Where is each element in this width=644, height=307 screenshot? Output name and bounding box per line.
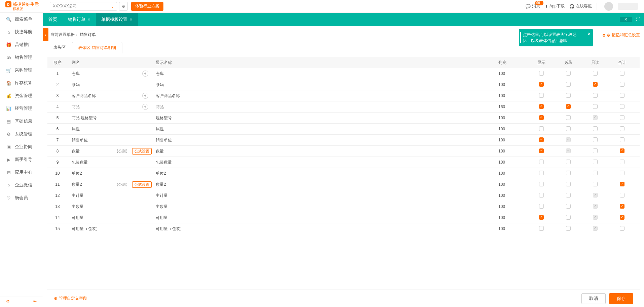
cancel-button[interactable]: 取消: [581, 293, 606, 304]
checkbox-checked[interactable]: [593, 82, 598, 87]
close-tooltip-button[interactable]: ✕: [588, 31, 591, 37]
checkbox-unchecked[interactable]: [593, 182, 598, 186]
formula-link[interactable]: 公式设置: [132, 181, 152, 188]
checkbox-checked[interactable]: [620, 148, 624, 153]
checkbox-unchecked[interactable]: [620, 193, 624, 198]
tab-2[interactable]: 单据模板设置✕: [96, 13, 138, 26]
sidebar-item-14[interactable]: ♡畅会员: [0, 191, 43, 204]
checkbox-unchecked[interactable]: [593, 71, 598, 76]
row-display[interactable]: 客户商品名称: [152, 93, 494, 99]
row-width[interactable]: 100: [494, 226, 528, 231]
row-width[interactable]: 100: [494, 138, 528, 142]
fullscreen-button[interactable]: ⛶: [632, 17, 644, 22]
row-display[interactable]: 主数量: [152, 204, 494, 210]
checkbox-unchecked[interactable]: [566, 160, 571, 164]
checkbox-unchecked[interactable]: [566, 115, 571, 120]
checkbox-unchecked[interactable]: [620, 226, 624, 231]
row-display[interactable]: 仓库: [152, 71, 494, 77]
close-icon[interactable]: ✕: [129, 17, 132, 22]
row-display[interactable]: 主计量: [152, 193, 494, 199]
tab-1[interactable]: 销售订单✕: [63, 13, 96, 26]
row-width[interactable]: 100: [494, 116, 528, 120]
sidebar-item-11[interactable]: ▶新手引导: [0, 153, 43, 166]
checkbox-checked[interactable]: [566, 104, 571, 109]
memory-summary-link[interactable]: ⚙ 记忆和汇总设置: [603, 32, 640, 38]
checkbox-checked[interactable]: [539, 137, 544, 142]
row-display[interactable]: 属性: [152, 126, 494, 132]
checkbox-checked[interactable]: [539, 215, 544, 220]
checkbox-unchecked[interactable]: [566, 82, 571, 87]
checkbox-unchecked[interactable]: [539, 93, 544, 98]
checkbox-unchecked[interactable]: [539, 182, 544, 186]
try-industry-button[interactable]: 体验行业方案: [131, 2, 163, 11]
checkbox-unchecked[interactable]: [566, 171, 571, 175]
checkbox-unchecked[interactable]: [593, 126, 598, 131]
checkbox-unchecked[interactable]: [566, 193, 571, 198]
message-tool[interactable]: 💬 消息 99+: [526, 3, 540, 9]
close-all-tabs-button[interactable]: ✕: [620, 17, 632, 22]
sidebar-item-7[interactable]: 📊经营管理: [0, 102, 43, 115]
add-icon[interactable]: +: [142, 93, 148, 99]
sub-tab-0[interactable]: 表头区: [47, 42, 72, 53]
close-icon[interactable]: ✕: [87, 17, 90, 22]
settings-button[interactable]: ⚙: [119, 2, 128, 11]
checkbox-unchecked[interactable]: [566, 71, 571, 76]
checkbox-unchecked[interactable]: [566, 126, 571, 131]
checkbox-checked[interactable]: [620, 182, 624, 186]
checkbox-unchecked[interactable]: [620, 71, 624, 76]
add-icon[interactable]: +: [142, 104, 148, 110]
sidebar-item-2[interactable]: 🎁营销推广: [0, 38, 43, 51]
checkbox-checked[interactable]: [539, 115, 544, 120]
row-width[interactable]: 100: [494, 215, 528, 220]
row-width[interactable]: 100: [494, 171, 528, 176]
checkbox-unchecked[interactable]: [620, 115, 624, 120]
row-width[interactable]: 100: [494, 149, 528, 154]
sidebar-item-4[interactable]: 🛒采购管理: [0, 64, 43, 77]
checkbox-unchecked[interactable]: [566, 215, 571, 220]
row-display[interactable]: 可用量: [152, 215, 494, 221]
checkbox-checked[interactable]: [620, 204, 624, 209]
row-width[interactable]: 160: [494, 104, 528, 109]
avatar[interactable]: [604, 2, 613, 11]
checkbox-unchecked[interactable]: [620, 82, 624, 87]
checkbox-unchecked[interactable]: [593, 104, 598, 109]
sidebar-item-13[interactable]: ○企业微信: [0, 179, 43, 191]
checkbox-unchecked[interactable]: [539, 71, 544, 76]
sidebar-item-0[interactable]: 🔍搜索菜单: [0, 13, 43, 26]
download-tool[interactable]: ⬇ App下载: [545, 3, 565, 9]
row-width[interactable]: 100: [494, 160, 528, 165]
checkbox-unchecked[interactable]: [539, 126, 544, 131]
checkbox-checked[interactable]: [539, 148, 544, 153]
checkbox-unchecked[interactable]: [593, 160, 598, 164]
row-display[interactable]: 商品: [152, 104, 494, 110]
add-icon[interactable]: +: [142, 71, 148, 77]
row-display[interactable]: 可用量（包装）: [152, 226, 494, 232]
sidebar-item-1[interactable]: ⌂快捷导航: [0, 26, 43, 38]
row-width[interactable]: 100: [494, 193, 528, 198]
manage-custom-fields-link[interactable]: ⚙ 管理自定义字段: [54, 296, 87, 301]
row-display[interactable]: 包装数量: [152, 160, 494, 165]
company-select[interactable]: XXXXXX公司 ⌄: [50, 2, 117, 11]
sidebar-collapse-icon[interactable]: ⇤: [33, 299, 37, 304]
row-display[interactable]: 销售单位: [152, 137, 494, 143]
checkbox-unchecked[interactable]: [620, 126, 624, 131]
support-tool[interactable]: 🎧 在线客服: [569, 3, 592, 9]
row-width[interactable]: 100: [494, 93, 528, 98]
sub-tab-1[interactable]: 表体区-销售订单明细: [72, 42, 122, 53]
row-display[interactable]: 规格型号: [152, 115, 494, 121]
checkbox-unchecked[interactable]: [539, 160, 544, 164]
sidebar-item-9[interactable]: ⚙系统管理: [0, 128, 43, 140]
checkbox-checked[interactable]: [539, 104, 544, 109]
row-width[interactable]: 100: [494, 127, 528, 131]
checkbox-unchecked[interactable]: [593, 137, 598, 142]
expand-handle[interactable]: ›: [43, 28, 48, 41]
checkbox-unchecked[interactable]: [620, 171, 624, 175]
sidebar-item-3[interactable]: 🛍销售管理: [0, 51, 43, 64]
checkbox-unchecked[interactable]: [566, 182, 571, 186]
formula-link[interactable]: 公式设置: [132, 148, 152, 155]
row-width[interactable]: 100: [494, 82, 528, 87]
sidebar-item-12[interactable]: ⊞应用中心: [0, 166, 43, 179]
row-width[interactable]: 100: [494, 182, 528, 187]
sidebar-item-6[interactable]: 💰资金管理: [0, 89, 43, 102]
checkbox-unchecked[interactable]: [539, 204, 544, 209]
